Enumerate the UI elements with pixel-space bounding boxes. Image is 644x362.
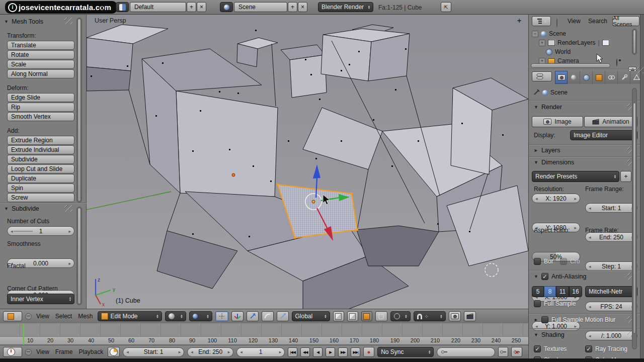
tool-spin-button[interactable]: Spin	[7, 184, 74, 193]
aa-samples-8-button[interactable]: 8	[544, 286, 556, 297]
visibility-eye-icon[interactable]	[616, 58, 617, 67]
keying-set-field[interactable]	[437, 347, 495, 357]
panel-grip-icon[interactable]	[64, 18, 72, 24]
border-checkbox[interactable]	[534, 258, 541, 265]
menu-select[interactable]: Select	[54, 313, 73, 320]
layout-close-button[interactable]: ×	[197, 2, 206, 12]
limit-selection-visible-button[interactable]	[375, 311, 387, 321]
outliner-v-scrollbar[interactable]	[632, 29, 637, 55]
pivot-select[interactable]	[189, 311, 212, 321]
tab-modifiers[interactable]	[618, 71, 630, 84]
textures-option[interactable]: ✓ Textures	[534, 345, 567, 352]
tool-rip-button[interactable]: Rip	[7, 103, 74, 112]
tool-along-normal-button[interactable]: Along Normal	[7, 69, 74, 78]
crop-option[interactable]: Cro	[560, 258, 580, 265]
tool-extrude-individual-button[interactable]: Extrude Individual	[7, 145, 74, 154]
scene-close-button[interactable]: ×	[298, 2, 307, 12]
full-sample-option[interactable]: Full Sample	[534, 300, 576, 307]
outliner-row-scene[interactable]: − Scene	[532, 30, 566, 37]
collapse-menus-icon[interactable]	[25, 349, 32, 355]
resolution-x-field[interactable]: X: 1920	[532, 194, 580, 203]
end-frame-field[interactable]: End: 250	[187, 347, 233, 357]
outliner-menu-search[interactable]: Search	[587, 18, 609, 25]
subdivide-panel-header[interactable]: ▼ Subdivide	[4, 205, 39, 212]
layout-add-button[interactable]: +	[187, 2, 196, 12]
outliner-editor-type-button[interactable]	[532, 16, 551, 26]
proportional-edit-select[interactable]	[390, 311, 411, 321]
prev-keyframe-button[interactable]: ◀◀	[300, 347, 310, 357]
shading-section-header[interactable]: ▼ Shading	[534, 331, 565, 338]
outliner-scope-select[interactable]: All Scenes	[612, 16, 639, 26]
menu-mesh[interactable]: Mesh	[76, 313, 94, 320]
tab-constraints[interactable]	[605, 71, 618, 84]
opengl-render-anim-button[interactable]	[464, 311, 476, 321]
current-frame-playhead[interactable]	[23, 323, 24, 345]
scene-datablock-icon-button[interactable]	[220, 2, 233, 12]
anti-aliasing-section-header[interactable]: ▼ ✓ Anti-Aliasing	[534, 273, 586, 280]
render-section-header[interactable]: ▼ Render	[534, 104, 562, 111]
edge-select-mode-button[interactable]	[347, 311, 358, 321]
display-select[interactable]: Image Editor	[570, 130, 637, 140]
ray-tracing-option[interactable]: ✓ Ray Tracing	[585, 345, 627, 352]
use-preview-range-button[interactable]	[108, 347, 120, 357]
tool-duplicate-button[interactable]: Duplicate	[7, 174, 74, 183]
manipulator-rotate-button[interactable]	[262, 311, 274, 321]
mesh-tools-panel-header[interactable]: ▼ Mesh Tools	[4, 18, 43, 25]
window-duplicate-button[interactable]: ⇱	[441, 2, 451, 12]
timeline-ruler[interactable]	[0, 323, 528, 336]
tool-scale-button[interactable]: Scale	[7, 60, 74, 69]
opengl-render-button[interactable]	[449, 311, 461, 321]
jump-to-end-button[interactable]: ▶▶|	[351, 347, 360, 357]
outliner-h-scrollbar[interactable]	[531, 63, 610, 68]
orientation-select[interactable]: Global	[292, 311, 330, 321]
scene-add-button[interactable]: +	[288, 2, 297, 12]
face-select-mode-button[interactable]	[361, 311, 372, 321]
anti-aliasing-checkbox[interactable]: ✓	[541, 273, 548, 280]
sync-mode-select[interactable]: No Sync	[377, 347, 434, 357]
frame-start-field[interactable]: Start: 1	[585, 203, 637, 213]
render-animation-button[interactable]: Animation	[584, 116, 637, 127]
aa-samples-5-button[interactable]: 5	[532, 286, 544, 297]
menu-view[interactable]: View	[35, 348, 51, 355]
pin-icon[interactable]	[533, 89, 540, 96]
timeline-number-strip[interactable]: 10 20 30 40 50 60 70 80 90 100 110 120 1…	[0, 336, 528, 345]
render-presets-select[interactable]: Render Presets	[532, 171, 619, 182]
record-button[interactable]: ●	[363, 347, 374, 357]
tool-smooth-vertex-button[interactable]: Smooth Vertex	[7, 112, 74, 121]
manipulator-scale-button[interactable]	[277, 311, 289, 321]
vertex-select-mode-button[interactable]	[333, 311, 344, 321]
current-frame-field[interactable]: 1	[236, 347, 285, 357]
next-keyframe-button[interactable]: ▶▶	[338, 347, 348, 357]
delete-keyframe-button[interactable]: ×	[511, 347, 522, 357]
properties-editor-type-button[interactable]	[532, 71, 552, 81]
mode-select[interactable]: Edit Mode	[98, 311, 162, 321]
play-reverse-button[interactable]: ◀	[313, 347, 323, 357]
collapse-menus-icon[interactable]	[25, 313, 32, 320]
tab-render[interactable]	[555, 71, 568, 84]
menu-view[interactable]: View	[35, 313, 51, 320]
manipulator-z-head[interactable]	[313, 164, 320, 178]
tab-object[interactable]	[593, 71, 605, 84]
tab-world[interactable]	[580, 71, 593, 84]
render-image-button[interactable]: Image	[532, 116, 583, 127]
border-option[interactable]: Bor	[534, 258, 553, 265]
3d-scene[interactable]: z y x	[87, 15, 528, 309]
tool-loop-cut-button[interactable]: Loop Cut and Slide	[7, 164, 74, 173]
tool-extrude-region-button[interactable]: Extrude Region	[7, 136, 74, 145]
editor-type-button[interactable]	[3, 311, 22, 321]
outliner-menu-view[interactable]: View	[566, 18, 582, 25]
mesh-cubes[interactable]	[87, 25, 528, 309]
scene-name-field[interactable]: Scene	[234, 2, 287, 12]
region-corner-grip[interactable]	[636, 67, 643, 73]
fsmb-checkbox[interactable]	[541, 316, 548, 323]
menu-frame[interactable]: Frame	[54, 348, 74, 355]
full-sample-checkbox[interactable]	[534, 300, 541, 307]
expand-box-icon[interactable]: +	[539, 40, 545, 46]
tool-rotate-button[interactable]: Rotate	[7, 50, 74, 59]
render-engine-select[interactable]: Blender Render	[318, 2, 373, 12]
corner-cut-select[interactable]: Inner Vertex	[7, 294, 74, 304]
outliner-row-world[interactable]: World	[546, 48, 571, 55]
aa-filter-select[interactable]: Mitchell-Netr	[585, 286, 637, 297]
timeline-editor-type-button[interactable]	[3, 347, 22, 357]
fsmb-section-header[interactable]: ► Full Sample Motion Blur	[534, 316, 615, 323]
